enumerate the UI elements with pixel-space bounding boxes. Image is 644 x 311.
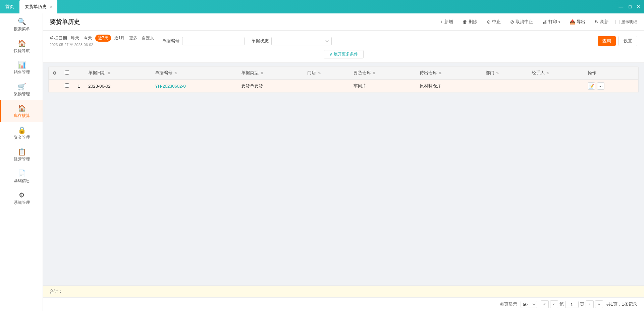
- export-button[interactable]: 📤 导出: [567, 17, 588, 26]
- sidebar-item-quick-nav[interactable]: 🏠 快捷导航: [0, 35, 43, 57]
- content-area: 要货单历史 + 新增 🗑 删除 ⊘ 中止 ⊘ 取消中止: [43, 13, 644, 311]
- prev-page-button[interactable]: ‹: [550, 300, 558, 308]
- sort-handler-icon[interactable]: ⇅: [546, 71, 549, 75]
- row-edit-button[interactable]: 📝: [588, 82, 595, 90]
- tab-home[interactable]: 首页: [0, 0, 19, 13]
- refresh-button[interactable]: ↻ 刷新: [592, 17, 611, 26]
- status-filter: 单据状态: [251, 37, 332, 45]
- sidebar-item-basic-info[interactable]: 📄 基础信息: [0, 165, 43, 187]
- date-today[interactable]: 今天: [83, 35, 93, 41]
- setting-button[interactable]: 设置: [619, 36, 637, 46]
- sidebar-item-search-menu[interactable]: 🔍 搜索菜单: [0, 13, 43, 35]
- data-table: ⚙ 单据日期 ⇅ 单据编号 ⇅: [49, 66, 638, 93]
- sidebar-item-operation-label: 经营管理: [14, 157, 30, 162]
- page-label-pre: 第: [559, 301, 564, 307]
- print-icon: 🖨: [542, 19, 547, 25]
- sort-store-icon[interactable]: ⇅: [318, 71, 321, 75]
- sort-pending-wh-icon[interactable]: ⇅: [439, 71, 441, 75]
- row-order-no[interactable]: YH-20230602-0: [152, 80, 238, 93]
- search-menu-icon: 🔍: [18, 18, 26, 25]
- total-info: 共1页，1条记录: [606, 301, 637, 307]
- sidebar-item-finance[interactable]: 🔒 资金管理: [0, 122, 43, 144]
- close-window-icon[interactable]: ×: [637, 4, 640, 10]
- delete-button[interactable]: 🗑 删除: [460, 17, 480, 26]
- summary-label: 合计：: [50, 289, 63, 294]
- date-yesterday[interactable]: 昨天: [70, 35, 80, 41]
- sidebar-item-purchase[interactable]: 🛒 采购管理: [0, 79, 43, 100]
- refresh-label: 刷新: [600, 19, 609, 25]
- top-bar: 首页 要货单历史 × — □ ×: [0, 0, 644, 13]
- sidebar-item-basic-info-label: 基础信息: [14, 178, 30, 184]
- maximize-icon[interactable]: □: [629, 4, 631, 9]
- select-all-checkbox[interactable]: [65, 70, 69, 75]
- sidebar-item-quick-nav-label: 快捷导航: [14, 48, 30, 54]
- sort-order-type-icon[interactable]: ⇅: [261, 71, 263, 75]
- sidebar-item-operation[interactable]: 📋 经营管理: [0, 144, 43, 166]
- row-check[interactable]: [65, 83, 69, 88]
- page-title: 要货单历史: [50, 18, 80, 30]
- table-row: 1 2023-06-02 YH-20230602-0 要货单要货 车间库 原材料…: [49, 80, 638, 93]
- next-page-button[interactable]: ›: [586, 300, 594, 308]
- sidebar-item-system[interactable]: ⚙ 系统管理: [0, 187, 43, 209]
- per-page-select[interactable]: 50 20 100: [521, 301, 537, 308]
- stop-button[interactable]: ⊘ 中止: [484, 17, 503, 26]
- date-more[interactable]: 更多: [128, 35, 139, 41]
- row-date: 2023-06-02: [85, 80, 152, 93]
- finance-icon: 🔒: [18, 127, 26, 133]
- row-settings: [49, 80, 61, 93]
- date-custom[interactable]: 自定义: [141, 35, 155, 41]
- sidebar-item-sales[interactable]: 📊 销售管理: [0, 57, 43, 79]
- col-order-type: 单据类型 ⇅: [238, 66, 304, 80]
- sidebar-item-inventory-label: 库存核算: [14, 113, 30, 119]
- export-label: 导出: [577, 19, 585, 25]
- row-req-warehouse: 车间库: [350, 80, 416, 93]
- tab-order-history[interactable]: 要货单历史 ×: [19, 0, 57, 13]
- minimize-icon[interactable]: —: [619, 4, 623, 9]
- sidebar: 🔍 搜索菜单 🏠 快捷导航 📊 销售管理 🛒 采购管理 🏠 库存核算 🔒 资金管…: [0, 13, 43, 311]
- stop-icon: ⊘: [487, 19, 491, 25]
- col-num: [73, 66, 85, 80]
- col-date: 单据日期 ⇅: [85, 66, 152, 80]
- col-settings[interactable]: ⚙: [49, 66, 61, 80]
- refresh-icon: ↻: [595, 19, 599, 25]
- page-header: 要货单历史 + 新增 🗑 删除 ⊘ 中止 ⊘ 取消中止: [43, 13, 644, 31]
- sort-dept-icon[interactable]: ⇅: [496, 71, 499, 75]
- table-header: ⚙ 单据日期 ⇅ 单据编号 ⇅: [49, 66, 638, 80]
- sidebar-item-finance-label: 资金管理: [14, 135, 30, 140]
- add-button[interactable]: + 新增: [438, 17, 456, 26]
- date-1month[interactable]: 近1月: [113, 35, 126, 41]
- sidebar-item-inventory[interactable]: 🏠 库存核算: [0, 100, 43, 122]
- first-page-button[interactable]: «: [541, 300, 549, 308]
- display-toggle-checkbox[interactable]: [615, 20, 620, 24]
- table-area: ⚙ 单据日期 ⇅ 单据编号 ⇅: [43, 63, 644, 285]
- pagination: 每页显示 50 20 100 « ‹ 第 页 › » 共1页，1条记录: [43, 297, 644, 311]
- status-select[interactable]: [271, 37, 332, 45]
- page-input[interactable]: [565, 301, 579, 308]
- cancel-stop-icon: ⊘: [510, 19, 514, 25]
- tab-close-icon[interactable]: ×: [50, 5, 52, 9]
- expand-more-button[interactable]: ∨ 展开更多条件: [324, 50, 364, 58]
- col-dept: 部门 ⇅: [482, 66, 528, 80]
- row-order-type: 要货单要货: [238, 80, 304, 93]
- order-no-filter: 单据编号: [162, 37, 245, 45]
- cancel-stop-button[interactable]: ⊘ 取消中止: [507, 17, 536, 26]
- delete-label: 删除: [469, 19, 477, 25]
- query-button[interactable]: 查询: [598, 36, 616, 46]
- sort-req-wh-icon[interactable]: ⇅: [373, 71, 375, 75]
- main-layout: 🔍 搜索菜单 🏠 快捷导航 📊 销售管理 🛒 采购管理 🏠 库存核算 🔒 资金管…: [0, 13, 644, 311]
- page-nav: « ‹ 第 页 › »: [541, 300, 603, 308]
- print-label: 打印: [548, 19, 557, 25]
- top-tabs: 首页 要货单历史 ×: [0, 0, 619, 13]
- cancel-stop-label: 取消中止: [516, 19, 533, 25]
- print-button[interactable]: 🖨 打印 ▾: [540, 17, 563, 26]
- export-icon: 📤: [570, 19, 575, 25]
- sort-order-no-icon[interactable]: ⇅: [174, 71, 177, 75]
- display-toggle[interactable]: 显示明细: [615, 19, 637, 25]
- per-page-label: 每页显示: [500, 301, 517, 307]
- row-more-button[interactable]: ⋯: [597, 82, 604, 90]
- order-no-input[interactable]: [182, 37, 245, 45]
- stop-label: 中止: [492, 19, 501, 25]
- last-page-button[interactable]: »: [595, 300, 603, 308]
- sort-date-icon[interactable]: ⇅: [108, 71, 110, 75]
- date-7days[interactable]: 近7天: [95, 35, 111, 42]
